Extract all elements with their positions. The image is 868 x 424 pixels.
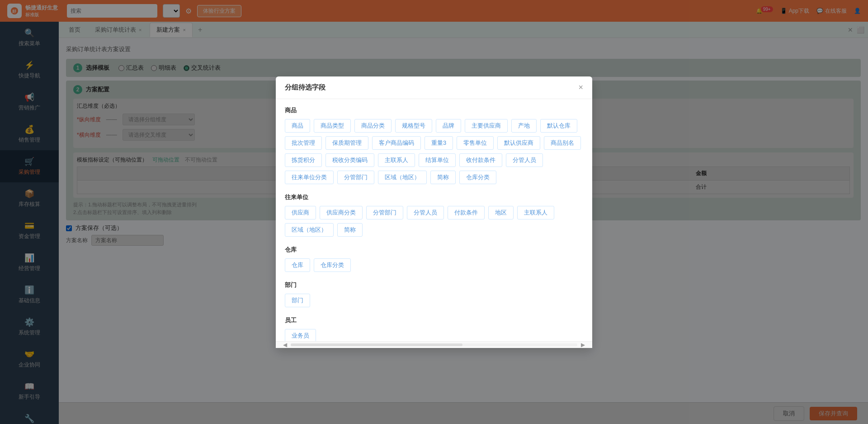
field-tag-2-0[interactable]: 仓库 [285,258,310,272]
horizontal-scrollbar-thumb [291,343,462,346]
field-tag-0-1[interactable]: 商品类型 [314,119,351,133]
field-tag-0-15[interactable]: 拣货积分 [285,153,322,167]
field-group-title-1: 往来单位 [285,193,583,201]
field-tag-0-14[interactable]: 商品别名 [544,136,581,150]
field-tags-3: 部门 [285,294,583,307]
field-tag-0-25[interactable]: 仓库分类 [459,171,496,184]
field-tag-4-0[interactable]: 业务员 [285,329,316,341]
scroll-left-indicator: ◀ [283,342,287,348]
field-tag-0-12[interactable]: 零售单位 [457,136,494,150]
field-tag-1-2[interactable]: 分管部门 [366,206,403,219]
field-tag-0-20[interactable]: 分管人员 [506,153,543,167]
field-group-3: 部门部门 [285,281,583,307]
field-group-title-0: 商品 [285,106,583,114]
field-tag-0-6[interactable]: 产地 [511,119,537,133]
field-tag-1-1[interactable]: 供应商分类 [320,206,363,219]
field-tag-0-24[interactable]: 简称 [430,171,456,184]
field-tag-0-21[interactable]: 往来单位分类 [285,171,334,184]
field-tag-3-0[interactable]: 部门 [285,294,310,307]
field-group-title-4: 员工 [285,316,583,324]
field-group-1: 往来单位供应商供应商分类分管部门分管人员付款条件地区主联系人区域（地区）简称 [285,193,583,237]
scroll-right-indicator: ▶ [581,342,585,348]
field-tag-0-5[interactable]: 主要供应商 [465,119,508,133]
modal-overlay: 分组待选字段 × 商品商品商品类型商品分类规格型号品牌主要供应商产地默认仓库批次… [0,0,868,424]
field-tag-0-10[interactable]: 客户商品编码 [372,136,421,150]
modal-close-button[interactable]: × [578,83,583,92]
field-tag-1-0[interactable]: 供应商 [285,206,316,219]
field-tag-0-19[interactable]: 收付款条件 [459,153,502,167]
modal-header: 分组待选字段 × [276,76,592,99]
field-tag-0-17[interactable]: 主联系人 [378,153,415,167]
field-tag-1-7[interactable]: 区域（地区） [285,223,334,237]
field-tags-4: 业务员 [285,329,583,341]
field-tag-0-23[interactable]: 区域（地区） [378,171,427,184]
modal-title: 分组待选字段 [285,83,326,92]
field-tag-0-11[interactable]: 重量3 [425,136,453,150]
field-tag-0-9[interactable]: 保质期管理 [326,136,368,150]
field-group-4: 员工业务员 [285,316,583,341]
field-tag-2-1[interactable]: 仓库分类 [314,258,351,272]
field-tag-1-4[interactable]: 付款条件 [448,206,485,219]
field-tag-0-22[interactable]: 分管部门 [337,171,374,184]
field-tag-1-3[interactable]: 分管人员 [407,206,444,219]
field-tag-1-5[interactable]: 地区 [488,206,514,219]
field-tag-0-7[interactable]: 默认仓库 [540,119,577,133]
field-group-0: 商品商品商品类型商品分类规格型号品牌主要供应商产地默认仓库批次管理保质期管理客户… [285,106,583,184]
field-group-title-2: 仓库 [285,246,583,254]
field-tags-0: 商品商品类型商品分类规格型号品牌主要供应商产地默认仓库批次管理保质期管理客户商品… [285,119,583,184]
field-tag-0-16[interactable]: 税收分类编码 [326,153,374,167]
field-tags-1: 供应商供应商分类分管部门分管人员付款条件地区主联系人区域（地区）简称 [285,206,583,237]
field-tag-1-8[interactable]: 简称 [337,223,363,237]
field-tag-0-3[interactable]: 规格型号 [395,119,432,133]
field-tag-1-6[interactable]: 主联系人 [517,206,554,219]
modal-dialog: 分组待选字段 × 商品商品商品类型商品分类规格型号品牌主要供应商产地默认仓库批次… [276,76,592,348]
modal-body: 商品商品商品类型商品分类规格型号品牌主要供应商产地默认仓库批次管理保质期管理客户… [276,99,592,341]
field-tag-0-0[interactable]: 商品 [285,119,310,133]
field-tag-0-2[interactable]: 商品分类 [354,119,392,133]
field-tag-0-13[interactable]: 默认供应商 [497,136,540,150]
field-tags-2: 仓库仓库分类 [285,258,583,272]
field-tag-0-4[interactable]: 品牌 [436,119,461,133]
field-group-2: 仓库仓库仓库分类 [285,246,583,272]
field-group-title-3: 部门 [285,281,583,289]
field-tag-0-8[interactable]: 批次管理 [285,136,322,150]
field-tag-0-18[interactable]: 结算单位 [419,153,456,167]
